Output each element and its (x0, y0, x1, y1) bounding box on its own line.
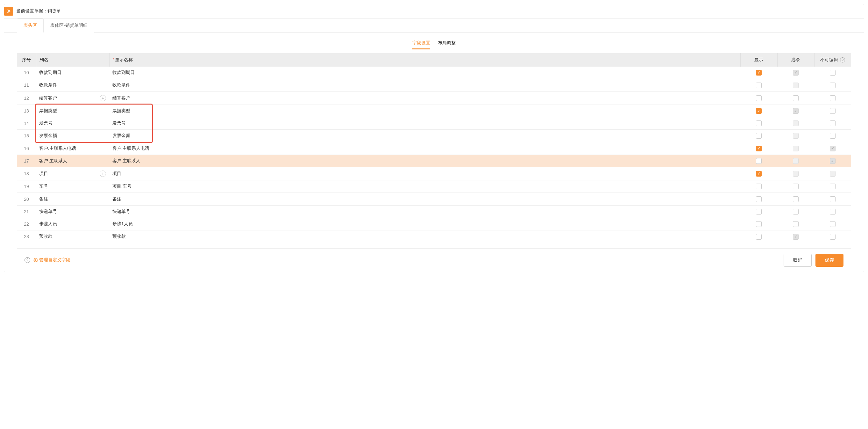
cell-display-name[interactable]: 快递单号 (109, 205, 740, 218)
checkbox-show[interactable] (756, 221, 762, 227)
checkbox-readonly[interactable] (830, 183, 836, 189)
help-icon[interactable]: ? (25, 257, 30, 263)
checkbox-required[interactable] (793, 95, 799, 101)
save-button[interactable]: 保存 (815, 254, 843, 267)
field-name-label: 预收款 (39, 234, 53, 239)
checkbox-required[interactable] (793, 183, 799, 189)
checkbox-show[interactable] (756, 108, 762, 114)
tab-1[interactable]: 表体区-销货单明细 (43, 19, 94, 32)
checkbox-show[interactable] (756, 196, 762, 202)
cell-display-name[interactable]: 客户.主联系人 (109, 154, 740, 167)
cell-show (740, 105, 777, 117)
cell-display-name[interactable]: 结算客户 (109, 91, 740, 105)
table-row: 22步骤人员步骤1人员 (17, 218, 851, 230)
cell-show (740, 180, 777, 193)
checkbox-readonly[interactable] (830, 209, 836, 214)
manage-custom-fields-link[interactable]: 管理自定义字段 (33, 257, 70, 263)
checkbox-readonly (830, 158, 836, 164)
checkbox-show[interactable] (756, 234, 762, 240)
cell-readonly (814, 180, 851, 193)
chevron-right-double-icon (6, 9, 11, 13)
cell-display-name[interactable]: 步骤1人员 (109, 218, 740, 230)
checkbox-show[interactable] (756, 171, 762, 177)
cell-seq: 14 (17, 117, 36, 130)
cell-display-name[interactable]: 发票金额 (109, 130, 740, 142)
field-name-label: 车号 (39, 183, 48, 189)
checkbox-show[interactable] (756, 70, 762, 76)
checkbox-show[interactable] (756, 209, 762, 214)
top-bar: 当前设置单据： 销货单 (4, 4, 864, 19)
cell-readonly (814, 91, 851, 105)
cell-required (777, 154, 814, 167)
checkbox-readonly[interactable] (830, 95, 836, 101)
checkbox-readonly[interactable] (830, 108, 836, 114)
cell-display-name[interactable]: 票据类型 (109, 105, 740, 117)
checkbox-readonly[interactable] (830, 234, 836, 240)
checkbox-show[interactable] (756, 83, 762, 88)
table-row: 18项目+项目 (17, 167, 851, 180)
cell-required (777, 230, 814, 243)
field-name-label: 发票金额 (39, 133, 57, 139)
checkbox-required[interactable] (793, 221, 799, 227)
field-name-label: 收款到期日 (39, 70, 61, 76)
current-doc-prefix: 当前设置单据： (16, 8, 48, 14)
table-row: 17客户.主联系人客户.主联系人 (17, 154, 851, 167)
checkbox-required[interactable] (793, 209, 799, 214)
checkbox-readonly[interactable] (830, 70, 836, 76)
help-icon[interactable]: ? (840, 57, 845, 62)
subtab-0[interactable]: 字段设置 (412, 38, 430, 49)
cancel-button[interactable]: 取消 (784, 254, 812, 267)
checkbox-show[interactable] (756, 146, 762, 151)
cell-readonly (814, 230, 851, 243)
cell-display-name[interactable]: 预收款 (109, 230, 740, 243)
cell-display-name[interactable]: 项目.车号 (109, 180, 740, 193)
cell-seq: 17 (17, 154, 36, 167)
col-header-display: *显示名称 (109, 53, 740, 67)
checkbox-show[interactable] (756, 120, 762, 126)
cell-display-name[interactable]: 收款到期日 (109, 67, 740, 79)
checkbox-show[interactable] (756, 133, 762, 139)
checkbox-readonly[interactable] (830, 83, 836, 88)
expand-panel-button[interactable] (4, 7, 13, 16)
cell-display-name[interactable]: 备注 (109, 193, 740, 205)
table-row: 16客户.主联系人电话客户.主联系人电话 (17, 142, 851, 154)
cell-display-name[interactable]: 收款条件 (109, 79, 740, 91)
cell-show (740, 230, 777, 243)
cell-required (777, 180, 814, 193)
table-row: 12结算客户+结算客户 (17, 91, 851, 105)
cell-display-name[interactable]: 客户.主联系人电话 (109, 142, 740, 154)
cell-required (777, 130, 814, 142)
subtab-1[interactable]: 布局调整 (438, 38, 456, 49)
checkbox-readonly[interactable] (830, 133, 836, 139)
cell-show (740, 205, 777, 218)
field-name-label: 客户.主联系人电话 (39, 146, 76, 151)
add-subfield-button[interactable]: + (100, 171, 106, 177)
tab-0[interactable]: 表头区 (17, 19, 43, 32)
cell-name: 车号 (36, 180, 109, 193)
cell-name: 客户.主联系人 (36, 154, 109, 167)
checkbox-readonly[interactable] (830, 196, 836, 202)
cell-readonly (814, 117, 851, 130)
table-row: 21快递单号快递单号 (17, 205, 851, 218)
cell-display-name[interactable]: 发票号 (109, 117, 740, 130)
cell-required (777, 79, 814, 91)
add-subfield-button[interactable]: + (100, 95, 106, 102)
checkbox-show[interactable] (756, 183, 762, 189)
cell-seq: 19 (17, 180, 36, 193)
cell-required (777, 117, 814, 130)
cell-name: 发票金额 (36, 130, 109, 142)
table-row: 15发票金额发票金额 (17, 130, 851, 142)
field-name-label: 收款条件 (39, 82, 57, 88)
cell-required (777, 105, 814, 117)
checkbox-readonly[interactable] (830, 120, 836, 126)
cell-seq: 15 (17, 130, 36, 142)
cell-display-name[interactable]: 项目 (109, 167, 740, 180)
checkbox-show[interactable] (756, 158, 762, 164)
checkbox-show[interactable] (756, 95, 762, 101)
cell-readonly (814, 218, 851, 230)
checkbox-required[interactable] (793, 196, 799, 202)
field-name-label: 发票号 (39, 120, 53, 126)
table-row: 14发票号发票号 (17, 117, 851, 130)
table-row: 13票据类型票据类型 (17, 105, 851, 117)
checkbox-readonly[interactable] (830, 221, 836, 227)
